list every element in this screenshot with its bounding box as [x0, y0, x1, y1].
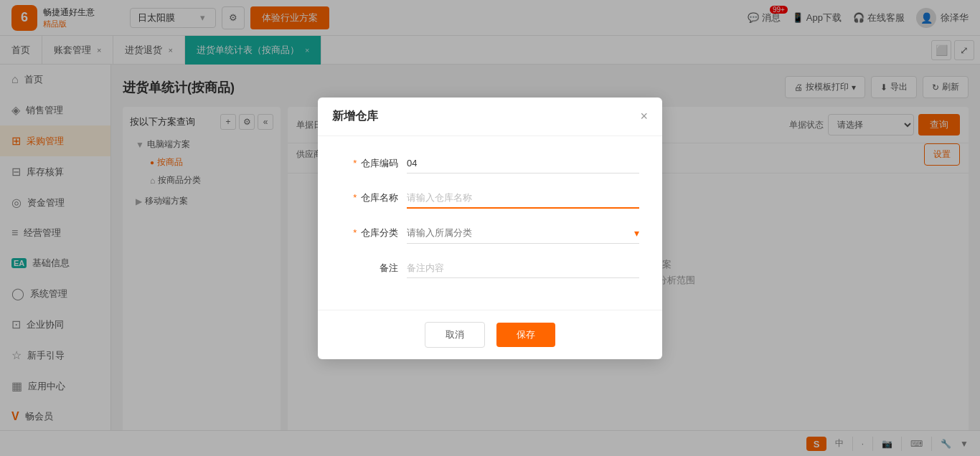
name-label: * 仓库名称: [341, 191, 398, 204]
required-star-category: *: [353, 227, 357, 238]
form-row-remark: 备注: [341, 258, 639, 278]
category-select-input[interactable]: [407, 227, 634, 238]
required-star-code: *: [353, 158, 357, 168]
name-input[interactable]: [407, 188, 639, 209]
add-warehouse-modal: 新增仓库 × * 仓库编码 * 仓库名称: [318, 98, 662, 359]
save-button[interactable]: 保存: [496, 323, 555, 347]
modal-body: * 仓库编码 * 仓库名称 * 仓库分类: [318, 136, 662, 310]
code-label: * 仓库编码: [341, 157, 398, 170]
modal-footer: 取消 保存: [318, 310, 662, 359]
category-label: * 仓库分类: [341, 227, 398, 239]
code-input[interactable]: [407, 153, 639, 174]
modal-title: 新增仓库: [332, 109, 378, 124]
code-label-text: 仓库编码: [361, 158, 398, 168]
form-row-category: * 仓库分类 ▾: [341, 223, 639, 244]
modal-close-icon[interactable]: ×: [640, 110, 648, 123]
form-row-code: * 仓库编码: [341, 153, 639, 174]
name-label-text: 仓库名称: [361, 192, 398, 203]
category-dropdown-icon: ▾: [634, 227, 639, 239]
cancel-button[interactable]: 取消: [425, 322, 485, 348]
form-row-name: * 仓库名称: [341, 188, 639, 209]
remark-input[interactable]: [407, 258, 639, 278]
category-select-wrapper[interactable]: ▾: [407, 223, 639, 244]
category-label-text: 仓库分类: [361, 227, 398, 238]
remark-label-text: 备注: [380, 262, 398, 273]
modal-header: 新增仓库 ×: [318, 98, 662, 136]
modal-overlay: 新增仓库 × * 仓库编码 * 仓库名称: [0, 0, 980, 456]
required-star-name: *: [353, 192, 357, 203]
remark-label: 备注: [341, 262, 398, 275]
